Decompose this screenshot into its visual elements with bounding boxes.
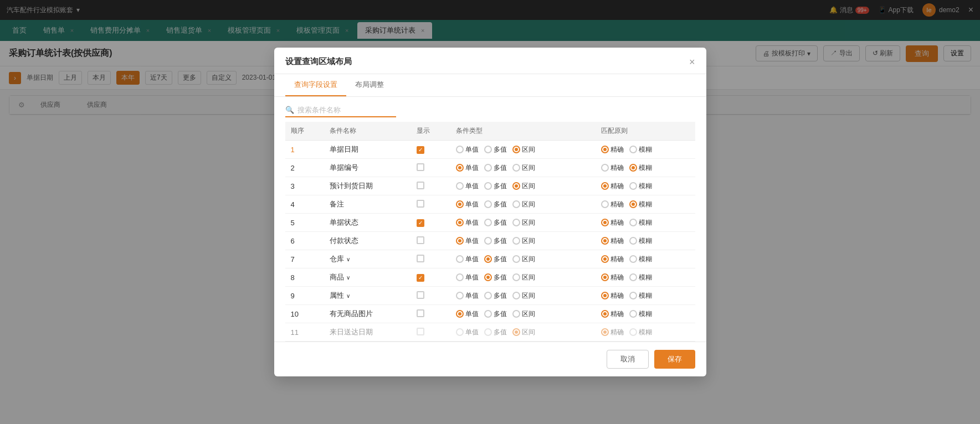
radio-single-indicator (456, 200, 464, 208)
save-button[interactable]: 保存 (654, 350, 695, 369)
radio-type-single[interactable]: 单值 (456, 236, 479, 246)
display-checkbox[interactable]: ✓ (417, 274, 424, 282)
radio-type-range[interactable]: 区间 (512, 291, 535, 301)
radio-match-exact[interactable]: 精确 (601, 273, 624, 282)
radio-match-exact[interactable]: 精确 (601, 291, 624, 301)
radio-type-multi[interactable]: 多值 (484, 273, 507, 282)
radio-type-multi[interactable]: 多值 (484, 291, 507, 301)
radio-match-fuzzy[interactable]: 模糊 (629, 163, 652, 173)
radio-type-multi[interactable]: 多值 (484, 200, 507, 209)
cell-order: 9 (285, 287, 325, 305)
radio-type-range[interactable]: 区间 (512, 236, 535, 246)
display-checkbox[interactable]: ✓ (417, 219, 424, 227)
radio-type-multi[interactable]: 多值 (484, 236, 507, 246)
radio-type-single[interactable]: 单值 (456, 163, 479, 173)
radio-type-range[interactable]: 区间 (512, 309, 535, 319)
dialog-close-button[interactable]: × (689, 57, 695, 67)
radio-type-single[interactable]: 单值 (456, 218, 479, 227)
radio-single-indicator (456, 219, 464, 226)
radio-match-fuzzy[interactable]: 模糊 (629, 145, 652, 154)
radio-type-multi[interactable]: 多值 (484, 218, 507, 227)
radio-match-exact[interactable]: 精确 (601, 236, 624, 246)
conditions-table: 顺序 条件名称 显示 条件类型 匹配原则 1单据日期✓单值多值区间精确模糊2单据… (285, 122, 695, 342)
radio-type-multi[interactable]: 多值 (484, 182, 507, 191)
cell-name: 来日送达日期 (324, 323, 411, 342)
radio-type-range[interactable]: 区间 (512, 273, 535, 282)
radio-range-indicator (512, 146, 520, 153)
radio-type-single[interactable]: 单值 (456, 309, 479, 319)
cell-match-rule: 精确模糊 (596, 268, 695, 287)
cell-display[interactable] (411, 195, 450, 214)
radio-match-exact[interactable]: 精确 (601, 328, 624, 337)
radio-match-fuzzy[interactable]: 模糊 (629, 236, 652, 246)
cell-display[interactable] (411, 159, 450, 177)
display-checkbox[interactable] (417, 309, 424, 317)
radio-match-fuzzy[interactable]: 模糊 (629, 200, 652, 209)
cell-order: 5 (285, 214, 325, 232)
radio-type-single[interactable]: 单值 (456, 182, 479, 191)
radio-match-fuzzy-indicator (629, 200, 637, 208)
radio-match-fuzzy[interactable]: 模糊 (629, 218, 652, 227)
cell-order: 7 (285, 250, 325, 268)
radio-match-fuzzy[interactable]: 模糊 (629, 291, 652, 301)
radio-type-single[interactable]: 单值 (456, 273, 479, 282)
radio-match-fuzzy[interactable]: 模糊 (629, 255, 652, 264)
radio-type-range[interactable]: 区间 (512, 255, 535, 264)
tab-query-fields[interactable]: 查询字段设置 (285, 74, 346, 96)
cell-display[interactable] (411, 250, 450, 268)
radio-type-single[interactable]: 单值 (456, 200, 479, 209)
radio-type-range[interactable]: 区间 (512, 182, 535, 191)
radio-type-single[interactable]: 单值 (456, 145, 479, 154)
radio-type-multi[interactable]: 多值 (484, 145, 507, 154)
radio-match-fuzzy[interactable]: 模糊 (629, 309, 652, 319)
radio-match-fuzzy-indicator (629, 219, 637, 226)
radio-match-exact[interactable]: 精确 (601, 309, 624, 319)
display-checkbox[interactable] (417, 236, 424, 244)
display-checkbox[interactable] (417, 163, 424, 171)
tab-layout-adjust[interactable]: 布局调整 (346, 74, 393, 96)
cell-display[interactable] (411, 287, 450, 305)
radio-type-single[interactable]: 单值 (456, 328, 479, 337)
radio-type-multi[interactable]: 多值 (484, 309, 507, 319)
radio-type-single[interactable]: 单值 (456, 291, 479, 301)
display-checkbox[interactable]: ✓ (417, 146, 424, 154)
table-row: 6付款状态单值多值区间精确模糊 (285, 232, 695, 250)
search-input[interactable] (297, 106, 386, 114)
display-checkbox[interactable] (417, 291, 424, 299)
radio-type-range[interactable]: 区间 (512, 218, 535, 227)
display-checkbox[interactable] (417, 255, 424, 262)
cell-display[interactable]: ✓ (411, 214, 450, 232)
cell-display[interactable]: ✓ (411, 268, 450, 287)
radio-type-range[interactable]: 区间 (512, 200, 535, 209)
table-row: 11来日送达日期单值多值区间精确模糊 (285, 323, 695, 342)
radio-match-exact[interactable]: 精确 (601, 145, 624, 154)
display-checkbox[interactable] (417, 182, 424, 189)
cell-display[interactable] (411, 323, 450, 342)
radio-single-indicator (456, 255, 464, 263)
cell-display[interactable] (411, 177, 450, 195)
cell-display[interactable] (411, 305, 450, 323)
radio-match-fuzzy[interactable]: 模糊 (629, 328, 652, 337)
radio-match-exact[interactable]: 精确 (601, 218, 624, 227)
display-checkbox[interactable] (417, 200, 424, 208)
radio-type-range[interactable]: 区间 (512, 328, 535, 337)
radio-match-exact[interactable]: 精确 (601, 182, 624, 191)
radio-match-exact[interactable]: 精确 (601, 255, 624, 264)
radio-type-multi[interactable]: 多值 (484, 255, 507, 264)
display-checkbox[interactable] (417, 328, 424, 335)
cell-order: 4 (285, 195, 325, 214)
radio-type-multi[interactable]: 多值 (484, 163, 507, 173)
radio-match-fuzzy[interactable]: 模糊 (629, 182, 652, 191)
cancel-button[interactable]: 取消 (607, 350, 649, 369)
radio-match-exact[interactable]: 精确 (601, 163, 624, 173)
radio-type-multi[interactable]: 多值 (484, 328, 507, 337)
radio-type-single[interactable]: 单值 (456, 255, 479, 264)
cell-display[interactable] (411, 232, 450, 250)
settings-dialog: 设置查询区域布局 × 查询字段设置 布局调整 🔍 顺序 (274, 48, 706, 376)
cell-display[interactable]: ✓ (411, 141, 450, 159)
radio-match-exact[interactable]: 精确 (601, 200, 624, 209)
table-row: 7仓库 ∨单值多值区间精确模糊 (285, 250, 695, 268)
radio-type-range[interactable]: 区间 (512, 145, 535, 154)
radio-match-fuzzy[interactable]: 模糊 (629, 273, 652, 282)
radio-type-range[interactable]: 区间 (512, 163, 535, 173)
